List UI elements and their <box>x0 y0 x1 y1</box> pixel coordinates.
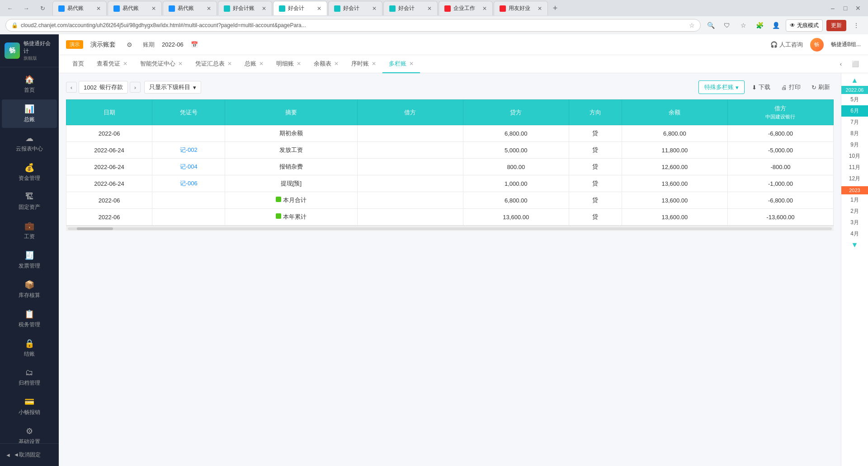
browser-tab-9[interactable]: 用友好业 ✕ <box>494 1 548 15</box>
bookmark-icon[interactable]: ☆ <box>689 22 695 29</box>
browser-tab-5[interactable]: 好会计 ✕ <box>273 1 327 15</box>
sidebar-item-close-account[interactable]: 🔒 结账 <box>2 334 57 362</box>
cell-credit: 5,000.00 <box>463 142 569 159</box>
tab-summary-close[interactable]: ✕ <box>227 61 232 67</box>
horizontal-scrollbar[interactable] <box>66 226 834 231</box>
sidebar-item-tax[interactable]: 📋 税务管理 <box>2 305 57 333</box>
tab-close-9[interactable]: ✕ <box>538 5 542 12</box>
tab-home[interactable]: 首页 <box>66 55 90 73</box>
calendar-month-2023-4[interactable]: 4月 <box>841 228 868 240</box>
calendar-month-2023-1[interactable]: 1月 <box>841 194 868 206</box>
sidebar-item-fund[interactable]: 💰 资金管理 <box>2 158 57 187</box>
sidebar-item-ledger[interactable]: 📊 总账 <box>2 99 57 128</box>
calendar-month-10[interactable]: 10月 <box>841 151 868 162</box>
back-button[interactable]: ← <box>4 2 16 14</box>
tab-close-1[interactable]: ✕ <box>96 5 101 12</box>
star-icon[interactable]: ☆ <box>737 19 750 32</box>
tab-balance-table[interactable]: 余额表 ✕ <box>307 55 345 73</box>
tab-multi-close[interactable]: ✕ <box>409 61 414 67</box>
subject-selector[interactable]: 1002 银行存款 <box>79 81 128 94</box>
shield-icon[interactable]: 🛡 <box>721 19 733 32</box>
consult-button[interactable]: 🎧 人工咨询 <box>770 41 803 49</box>
calendar-month-9[interactable]: 9月 <box>841 139 868 151</box>
settings-gear-icon[interactable]: ⚙ <box>123 38 136 51</box>
browser-tab-4[interactable]: 好会计账 ✕ <box>218 1 272 15</box>
browser-tab-7[interactable]: 好会计 ✕ <box>383 1 438 15</box>
scrollbar-thumb[interactable] <box>77 227 113 230</box>
tab-balance-close[interactable]: ✕ <box>334 61 339 67</box>
tab-sequence-ledger[interactable]: 序时账 ✕ <box>345 55 382 73</box>
sidebar-item-assets[interactable]: 🏗 固定资产 <box>2 188 57 216</box>
tab-vouchers[interactable]: 查看凭证 ✕ <box>90 55 134 73</box>
tab-smart-close[interactable]: ✕ <box>178 61 183 67</box>
calendar-icon[interactable]: 📅 <box>191 41 198 48</box>
calendar-month-8[interactable]: 8月 <box>841 128 868 139</box>
tab-close-5[interactable]: ✕ <box>317 5 321 12</box>
voucher-link[interactable]: 记-002 <box>180 146 198 153</box>
voucher-link[interactable]: 记-006 <box>180 180 198 187</box>
collapse-sidebar-button[interactable]: ◄ ◄取消固定 <box>2 447 57 462</box>
filter-dropdown[interactable]: 只显示下级科目 ▾ <box>144 81 201 94</box>
tab-voucher-summary[interactable]: 凭证汇总表 ✕ <box>189 55 238 73</box>
tab-close-2[interactable]: ✕ <box>151 5 156 12</box>
browser-tab-2[interactable]: 易代账 ✕ <box>108 1 162 15</box>
tab-close-3[interactable]: ✕ <box>207 5 211 12</box>
calendar-down-button[interactable]: ▼ <box>849 240 860 250</box>
sidebar-item-expense[interactable]: 💳 小畅报销 <box>2 392 57 421</box>
profile-icon[interactable]: 👤 <box>769 19 782 32</box>
forward-button[interactable]: → <box>20 2 33 14</box>
sidebar-item-settings[interactable]: ⚙ 基础设置 <box>2 422 57 443</box>
extensions-icon[interactable]: 🧩 <box>753 19 766 32</box>
browser-tab-3[interactable]: 易代账 ✕ <box>163 1 217 15</box>
reload-button[interactable]: ↻ <box>36 2 49 14</box>
browser-tab-1[interactable]: 易代账 ✕ <box>52 1 107 15</box>
tab-close-8[interactable]: ✕ <box>482 5 487 12</box>
search-icon[interactable]: 🔍 <box>704 19 717 32</box>
tab-general-close[interactable]: ✕ <box>259 61 264 67</box>
refresh-button[interactable]: ↻ 刷新 <box>808 81 834 94</box>
calendar-month-5[interactable]: 5月 <box>841 94 868 105</box>
tab-close-7[interactable]: ✕ <box>427 5 432 12</box>
expand-icon[interactable]: ⬜ <box>850 59 861 70</box>
tab-detail-close[interactable]: ✕ <box>297 61 301 67</box>
collapse-left-icon[interactable]: ‹ <box>835 59 846 70</box>
tab-close-6[interactable]: ✕ <box>372 5 377 12</box>
tab-smart-voucher[interactable]: 智能凭证中心 ✕ <box>134 55 189 73</box>
address-bar[interactable]: 🔒 cloud2.chanjet.com/accounting/uh26t264… <box>5 19 701 32</box>
browser-tab-8[interactable]: 企业工作 ✕ <box>439 1 493 15</box>
tab-general-ledger[interactable]: 总账 ✕ <box>238 55 270 73</box>
sidebar-item-cloud-report[interactable]: ☁ 云报表中心 <box>2 129 57 157</box>
calendar-month-7[interactable]: 7月 <box>841 117 868 128</box>
tab-multi-column[interactable]: 多栏账 ✕ <box>382 55 420 73</box>
minimize-button[interactable]: – <box>826 2 839 14</box>
voucher-link[interactable]: 记-004 <box>180 163 198 170</box>
download-button[interactable]: ⬇ 下载 <box>748 81 774 94</box>
next-subject-button[interactable]: › <box>130 82 141 93</box>
sidebar-item-home[interactable]: 🏠 首页 <box>2 70 57 99</box>
wuphen-mode-button[interactable]: 👁 无痕模式 <box>786 19 823 32</box>
sidebar-item-invoice[interactable]: 🧾 发票管理 <box>2 246 57 274</box>
more-options-icon[interactable]: ⋮ <box>850 19 863 32</box>
special-multi-column-button[interactable]: 特殊多栏账 ▾ <box>698 80 745 94</box>
close-window-button[interactable]: ✕ <box>852 2 864 14</box>
tab-detail-ledger[interactable]: 明细账 ✕ <box>270 55 307 73</box>
sidebar-item-archive[interactable]: 🗂 归档管理 <box>2 363 57 391</box>
prev-subject-button[interactable]: ‹ <box>66 82 77 93</box>
print-button[interactable]: 🖨 打印 <box>778 81 804 94</box>
calendar-month-11[interactable]: 11月 <box>841 162 868 173</box>
tab-vouchers-close[interactable]: ✕ <box>123 61 127 67</box>
update-button[interactable]: 更新 <box>826 20 846 31</box>
tab-close-4[interactable]: ✕ <box>262 5 266 12</box>
maximize-button[interactable]: □ <box>839 2 852 14</box>
calendar-month-6[interactable]: 6月 <box>841 105 868 117</box>
assets-icon: 🏗 <box>25 192 33 202</box>
browser-tab-6[interactable]: 好会计 ✕ <box>328 1 382 15</box>
sidebar-item-inventory[interactable]: 📦 库存核算 <box>2 275 57 304</box>
calendar-month-12[interactable]: 12月 <box>841 173 868 184</box>
calendar-up-button[interactable]: ▲ <box>849 75 860 86</box>
calendar-month-2023-2[interactable]: 2月 <box>841 206 868 217</box>
tab-sequence-close[interactable]: ✕ <box>372 61 376 67</box>
new-tab-button[interactable]: + <box>549 2 561 14</box>
calendar-month-2023-3[interactable]: 3月 <box>841 217 868 228</box>
sidebar-item-payroll[interactable]: 💼 工资 <box>2 217 57 245</box>
